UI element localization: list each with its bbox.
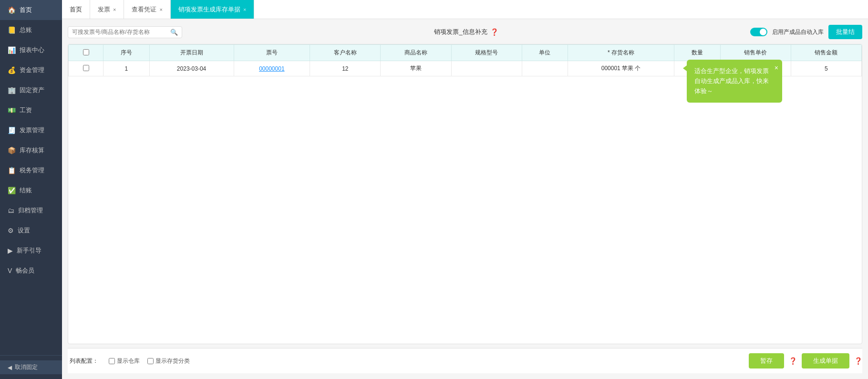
sidebar-item-label: 工资 xyxy=(20,106,32,115)
sidebar-item-invoice[interactable]: 🧾 发票管理 xyxy=(0,120,62,140)
col-amount: 销售金额 xyxy=(791,45,861,61)
show-category-label[interactable]: 显示存货分类 xyxy=(147,357,190,365)
col-inventory: * 存货名称 xyxy=(568,45,674,61)
row-product: 苹果 xyxy=(381,61,451,76)
archive-icon: 🗂 xyxy=(8,207,14,214)
sidebar-item-label: 税务管理 xyxy=(20,166,44,175)
auto-warehouse-toggle[interactable] xyxy=(750,28,767,36)
center-label: 销项发票_信息补充 xyxy=(434,28,487,36)
toolbar: 🔍 销项发票_信息补充 ❓ 启用产成品自动入库 批量结 xyxy=(68,25,862,39)
salary-icon: 💵 xyxy=(8,106,16,114)
sidebar-item-closing[interactable]: ✅ 结账 xyxy=(0,180,62,200)
tooltip-close-button[interactable]: × xyxy=(775,63,778,73)
tab-generate-stock-label: 销项发票生成库存单据 xyxy=(178,5,240,14)
sidebar-item-reports[interactable]: 📊 报表中心 xyxy=(0,40,62,60)
ledger-icon: 📒 xyxy=(8,26,16,34)
row-checkbox[interactable] xyxy=(83,65,89,71)
unpin-icon: ◀ xyxy=(8,364,12,371)
sidebar: 🏠 首页 📒 总账 📊 报表中心 💰 资金管理 🏢 固定资产 💵 工资 🧾 发票… xyxy=(0,0,62,379)
col-spec: 规格型号 xyxy=(451,45,522,61)
sidebar-item-tax[interactable]: 📋 税务管理 xyxy=(0,160,62,180)
col-ticket-no: 票号 xyxy=(234,45,310,61)
center-help-icon[interactable]: ❓ xyxy=(490,28,498,36)
row-inventory: 000001 苹果 个 xyxy=(568,61,674,76)
sidebar-item-ledger[interactable]: 📒 总账 xyxy=(0,20,62,40)
col-qty: 数量 xyxy=(674,45,720,61)
show-warehouse-label[interactable]: 显示仓库 xyxy=(109,357,140,365)
assets-icon: 🏢 xyxy=(8,86,16,94)
select-all-checkbox[interactable] xyxy=(83,49,89,55)
tab-voucher-close[interactable]: × xyxy=(159,7,162,12)
generate-help-icon[interactable]: ❓ xyxy=(854,357,862,365)
row-checkbox-cell[interactable] xyxy=(69,61,103,76)
tab-bar: 首页 发票 × 查看凭证 × 销项发票生成库存单据 × xyxy=(62,0,868,19)
sidebar-item-label: 资金管理 xyxy=(20,66,44,74)
col-checkbox[interactable] xyxy=(69,45,103,61)
show-category-checkbox[interactable] xyxy=(147,358,154,364)
batch-button[interactable]: 批量结 xyxy=(828,25,862,39)
sidebar-item-label: 畅会员 xyxy=(16,266,34,275)
home-icon: 🏠 xyxy=(8,6,16,14)
list-config-label: 列表配置： xyxy=(70,357,98,365)
search-input[interactable] xyxy=(72,29,170,35)
show-warehouse-checkbox[interactable] xyxy=(109,358,115,364)
sidebar-item-label: 首页 xyxy=(20,6,32,14)
tab-invoice-label: 发票 xyxy=(98,5,110,14)
tab-invoice[interactable]: 发票 × xyxy=(90,0,124,19)
guide-icon: ▶ xyxy=(8,247,13,254)
sidebar-item-assets[interactable]: 🏢 固定资产 xyxy=(0,80,62,100)
col-customer: 客户名称 xyxy=(310,45,381,61)
sidebar-item-inventory[interactable]: 📦 库存核算 xyxy=(0,140,62,160)
content-area: 🔍 销项发票_信息补充 ❓ 启用产成品自动入库 批量结 序号 开票日 xyxy=(62,19,868,379)
settings-icon: ⚙ xyxy=(8,227,14,234)
col-unit-price: 销售单价 xyxy=(720,45,791,61)
inventory-icon: 📦 xyxy=(8,147,16,154)
tab-home[interactable]: 首页 xyxy=(62,0,90,19)
tab-home-label: 首页 xyxy=(70,5,82,14)
col-date: 开票日期 xyxy=(149,45,234,61)
tab-generate-stock[interactable]: 销项发票生成库存单据 × xyxy=(171,0,254,19)
sidebar-item-membership[interactable]: V 畅会员 xyxy=(0,261,62,281)
sidebar-item-label: 结账 xyxy=(20,186,32,195)
finance-icon: 💰 xyxy=(8,66,16,74)
col-unit: 单位 xyxy=(522,45,568,61)
bottom-bar: 列表配置： 显示仓库 显示存货分类 暂存 ❓ 生成单据 ❓ xyxy=(68,348,862,373)
save-help-icon[interactable]: ❓ xyxy=(789,357,797,365)
row-unit xyxy=(522,61,568,76)
main-area: 首页 发票 × 查看凭证 × 销项发票生成库存单据 × 🔍 销项发票_信息补充 xyxy=(62,0,868,379)
sidebar-item-finance[interactable]: 💰 资金管理 xyxy=(0,60,62,80)
sidebar-item-archive[interactable]: 🗂 归档管理 xyxy=(0,200,62,221)
col-seq: 序号 xyxy=(103,45,150,61)
sidebar-item-home[interactable]: 🏠 首页 xyxy=(0,0,62,20)
reports-icon: 📊 xyxy=(8,46,16,54)
unpin-button[interactable]: ◀ 取消固定 xyxy=(0,360,62,374)
tab-invoice-close[interactable]: × xyxy=(113,7,116,12)
sidebar-item-label: 库存核算 xyxy=(20,146,44,155)
sidebar-item-guide[interactable]: ▶ 新手引导 xyxy=(0,241,62,261)
tax-icon: 📋 xyxy=(8,167,16,174)
tooltip-popup: × 适合生产型企业，销项发票自动生成产成品入库，快来体验～ xyxy=(687,60,782,103)
save-button[interactable]: 暂存 xyxy=(749,353,784,368)
sidebar-item-settings[interactable]: ⚙ 设置 xyxy=(0,221,62,241)
sidebar-item-salary[interactable]: 💵 工资 xyxy=(0,100,62,120)
tab-voucher-label: 查看凭证 xyxy=(132,5,156,14)
bottom-actions: 暂存 ❓ 生成单据 ❓ xyxy=(749,353,862,368)
row-spec xyxy=(451,61,522,76)
sidebar-item-label: 归档管理 xyxy=(18,206,43,215)
col-product: 商品名称 xyxy=(381,45,451,61)
tab-generate-stock-close[interactable]: × xyxy=(243,7,246,12)
membership-icon: V xyxy=(8,267,12,274)
toolbar-center: 销项发票_信息补充 ❓ xyxy=(434,28,498,36)
sidebar-item-label: 固定资产 xyxy=(20,86,44,95)
row-date: 2023-03-04 xyxy=(149,61,234,76)
search-box[interactable]: 🔍 xyxy=(68,26,182,38)
toolbar-right: 启用产成品自动入库 批量结 xyxy=(750,25,862,39)
invoice-icon: 🧾 xyxy=(8,126,16,134)
unpin-label: 取消固定 xyxy=(15,363,38,371)
row-ticket-no[interactable]: 00000001 xyxy=(234,61,310,76)
toolbar-left: 🔍 xyxy=(68,26,182,38)
tab-voucher[interactable]: 查看凭证 × xyxy=(124,0,170,19)
closing-icon: ✅ xyxy=(8,187,16,194)
search-icon: 🔍 xyxy=(170,29,178,36)
generate-button[interactable]: 生成单据 xyxy=(802,353,849,368)
